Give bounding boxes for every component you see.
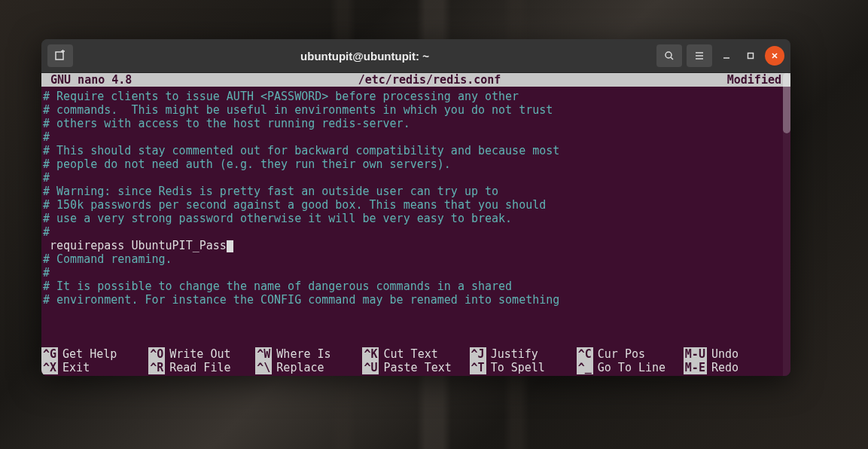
shortcut-undo: M-UUndo xyxy=(684,347,790,361)
svg-rect-0 xyxy=(56,52,63,60)
editor-line: # xyxy=(41,130,790,144)
minimize-icon xyxy=(723,52,730,60)
editor-line: # Require clients to issue AUTH <PASSWOR… xyxy=(41,90,790,103)
editor-line: # xyxy=(41,171,790,185)
nano-status: Modified xyxy=(727,73,781,87)
nano-shortcuts: ^GGet Help ^OWrite Out ^WWhere Is ^KCut … xyxy=(41,346,790,376)
svg-line-4 xyxy=(671,57,673,60)
maximize-icon xyxy=(747,52,754,60)
editor-line: # This should stay commented out for bac… xyxy=(41,144,790,157)
new-tab-icon xyxy=(54,50,66,62)
nano-header: GNU nano 4.8 /etc/redis/redis.conf Modif… xyxy=(41,73,790,87)
shortcut-cur-pos: ^CCur Pos xyxy=(577,347,684,361)
editor-line: # use a very strong password otherwise i… xyxy=(41,212,790,225)
search-button[interactable] xyxy=(656,44,682,67)
editor-area[interactable]: # Require clients to issue AUTH <PASSWOR… xyxy=(41,87,790,346)
shortcut-read-file: ^RRead File xyxy=(148,361,255,374)
editor-line: # Command renaming. xyxy=(41,252,790,266)
search-icon xyxy=(664,50,675,61)
close-button[interactable] xyxy=(765,46,784,66)
shortcut-go-to-line: ^_Go To Line xyxy=(577,361,684,374)
text-cursor xyxy=(227,240,233,252)
close-icon xyxy=(771,52,778,60)
nano-file-path: /etc/redis/redis.conf xyxy=(358,73,501,87)
editor-line: # xyxy=(41,225,790,239)
hamburger-icon xyxy=(694,50,705,61)
editor-line: # others with access to the host running… xyxy=(41,117,790,130)
editor-line: # It is possible to change the name of d… xyxy=(41,279,790,293)
editor-line: # Warning: since Redis is pretty fast an… xyxy=(41,185,790,198)
nano-app-name: GNU nano 4.8 xyxy=(50,73,132,87)
svg-rect-9 xyxy=(748,53,754,59)
svg-point-3 xyxy=(665,52,672,58)
editor-line: # 150k passwords per second against a go… xyxy=(41,198,790,212)
terminal-body: GNU nano 4.8 /etc/redis/redis.conf Modif… xyxy=(41,73,790,376)
menu-button[interactable] xyxy=(687,44,712,67)
editor-line-active: requirepass UbuntuPIT_Pass xyxy=(41,239,790,252)
shortcut-redo: M-ERedo xyxy=(684,361,790,374)
new-tab-button[interactable] xyxy=(47,44,73,67)
scrollbar-thumb[interactable] xyxy=(783,73,790,133)
shortcut-to-spell: ^TTo Spell xyxy=(470,361,577,374)
shortcut-cut-text: ^KCut Text xyxy=(362,347,469,361)
editor-line: # commands. This might be useful in envi… xyxy=(41,103,790,117)
shortcut-paste-text: ^UPaste Text xyxy=(362,361,469,374)
window-title: ubuntupit@ubuntupit: ~ xyxy=(78,50,652,63)
editor-line: # environment. For instance the CONFIG c… xyxy=(41,293,790,307)
minimize-button[interactable] xyxy=(717,46,736,66)
terminal-window: ubuntupit@ubuntupit: ~ xyxy=(41,39,790,376)
shortcut-get-help: ^GGet Help xyxy=(41,347,148,361)
shortcut-justify: ^JJustify xyxy=(470,347,577,361)
editor-line: # people do not need auth (e.g. they run… xyxy=(41,157,790,171)
shortcut-where-is: ^WWhere Is xyxy=(255,347,362,361)
window-titlebar: ubuntupit@ubuntupit: ~ xyxy=(41,39,790,73)
shortcut-replace: ^\Replace xyxy=(255,361,362,374)
shortcut-write-out: ^OWrite Out xyxy=(148,347,255,361)
editor-line: # xyxy=(41,266,790,279)
scrollbar[interactable] xyxy=(783,73,790,376)
shortcut-exit: ^XExit xyxy=(41,361,148,374)
maximize-button[interactable] xyxy=(741,46,760,66)
